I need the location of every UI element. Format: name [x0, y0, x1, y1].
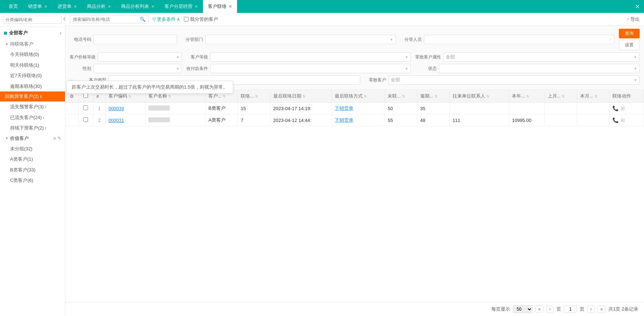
row2-grid-icon[interactable]: ⊞ — [621, 117, 625, 123]
nav-home[interactable]: 首页 — [4, 0, 23, 13]
row1-checkbox[interactable] — [83, 105, 88, 110]
sidebar-item-tomorrow-pending[interactable]: 明天待联络(1) — [0, 60, 65, 71]
prev-page-button[interactable]: ‹ — [546, 306, 553, 313]
row1-last-contact-method[interactable]: 下销货单 — [332, 103, 385, 114]
phone-input[interactable] — [93, 35, 177, 44]
close-product-analysis-list-icon[interactable]: ✕ — [151, 4, 154, 9]
sort-lcd-icon[interactable]: ⇅ — [302, 94, 305, 98]
sidebar-pending-group[interactable]: ▼ 待联络客户 — [0, 39, 65, 49]
close-customer-contact-icon[interactable]: ✕ — [229, 4, 232, 9]
price-level-select[interactable]: ▼ — [98, 52, 182, 62]
customer-level-caret-icon: ▼ — [405, 55, 408, 59]
row1-checkbox-cell[interactable] — [78, 103, 93, 114]
sidebar-item-unclassified[interactable]: 未分组(32) — [0, 143, 65, 154]
sidebar-item-repurchase-abnormal[interactable]: 回购异常客户(2) ℹ — [0, 91, 65, 102]
status-select[interactable]: ▼ — [439, 64, 640, 73]
row1-action-cell: 📞 ⊞ — [612, 105, 641, 111]
table-this-month-header: 本月...⇅ — [577, 90, 609, 103]
customer-level-select[interactable]: ▼ — [210, 52, 411, 62]
window-close-button[interactable]: ✕ — [635, 3, 640, 10]
nav-customer-contact[interactable]: 客户联络 ✕ — [203, 0, 237, 13]
sidebar-item-class-b[interactable]: B类客户(33) — [0, 165, 65, 175]
nav-purchase-order[interactable]: 进货单 ✕ — [52, 0, 82, 13]
row2-checkbox-cell[interactable] — [78, 114, 93, 126]
export-button[interactable]: ↑ 导出 — [627, 16, 640, 23]
nav-customer-layered[interactable]: 客户分层经营 ✕ — [159, 0, 203, 13]
payment-select[interactable]: ▼ — [210, 64, 411, 73]
nav-product-analysis[interactable]: 商品分析 ✕ — [82, 0, 116, 13]
nav-product-analysis-list[interactable]: 商品分析列表 ✕ — [116, 0, 159, 13]
filter-bar: 🔍 ▽ 更多条件 ∧ 我分管的客户 ↑ 导出 — [65, 13, 644, 26]
retail-attr-select[interactable]: 全部 ▼ — [443, 52, 640, 62]
select-all-checkbox[interactable] — [83, 93, 88, 98]
close-purchase-order-icon[interactable]: ✕ — [74, 4, 77, 9]
pending-group-arrow-icon: ▼ — [5, 42, 9, 46]
filter-row-2: 客户价格等级 ▼ 客户等级 ▼ 零散客户属性 全部 — [70, 52, 640, 62]
sidebar-item-today-pending[interactable]: 今天待联络(0) — [0, 49, 65, 60]
sidebar-item-overdue-pending[interactable]: 逾期未联络(30) — [0, 81, 65, 92]
row2-name[interactable] — [145, 114, 205, 126]
close-customer-layered-icon[interactable]: ✕ — [195, 4, 198, 9]
retail-customer-caret-icon: ▼ — [634, 78, 637, 82]
manager-select[interactable]: ··· — [424, 35, 615, 44]
sort-lcm-icon[interactable]: ⇅ — [364, 94, 367, 98]
sort-category-icon[interactable]: ⇅ — [223, 94, 226, 98]
more-filters-btn[interactable]: ▽ 更多条件 ∧ — [152, 16, 180, 23]
row2-last-contact-date: 2023-04-12 14:44: — [270, 114, 332, 126]
retail-customer-select[interactable]: 全部 ▼ — [388, 75, 640, 85]
close-sales-order-icon[interactable]: ✕ — [44, 4, 47, 9]
sort-ty-icon[interactable]: ⇅ — [526, 94, 529, 98]
sidebar-item-class-c[interactable]: C类客户(6) — [0, 175, 65, 186]
row2-checkbox[interactable] — [83, 117, 88, 122]
sort-name-icon[interactable]: ⇅ — [168, 94, 171, 98]
row1-grid-icon[interactable]: ⊞ — [621, 105, 625, 111]
sort-lm-icon[interactable]: ⇅ — [562, 94, 565, 98]
sort-overdue-icon[interactable]: ⇅ — [435, 94, 437, 98]
sort-tm-icon[interactable]: ⇅ — [594, 94, 597, 98]
table-unit-contacts-header: 往来单位联系人⇅ — [449, 90, 509, 103]
sort-code-icon[interactable]: ⇅ — [128, 94, 131, 98]
row2-phone-icon[interactable]: 📞 — [612, 117, 618, 123]
sidebar-item-already-lost[interactable]: 已流失客户(24) ℹ — [0, 112, 65, 123]
row1-name[interactable] — [145, 103, 205, 114]
gender-select[interactable]: ▼ — [93, 64, 182, 73]
content-area: 🔍 ▽ 更多条件 ∧ 我分管的客户 ↑ 导出 电话号码 — [65, 13, 644, 316]
value-group-circle-icon[interactable]: ○ — [53, 136, 56, 141]
sort-uc-icon[interactable]: ⇅ — [486, 94, 489, 98]
current-page-input[interactable] — [564, 306, 577, 313]
row1-phone-icon[interactable]: 📞 — [612, 105, 618, 111]
dept-select[interactable]: ▼ — [205, 35, 396, 44]
filter-cell-manager: 分管人员 ··· — [400, 35, 615, 44]
sidebar-item-declining[interactable]: 持续下滑客户(2) ℹ — [0, 123, 65, 133]
my-customers-filter: 我分管的客户 — [184, 16, 218, 23]
row1-code[interactable]: 000039 — [105, 103, 145, 114]
page-size-select[interactable]: 50 20 100 — [513, 305, 533, 313]
row2-code[interactable]: 000031 — [105, 114, 145, 126]
last-page-button[interactable]: » — [597, 306, 606, 313]
next-page-button[interactable]: › — [587, 306, 594, 313]
tooltip-box: 距客户上次交易时长，超过了此客户的平均交易周期的1.5倍，则视为异常。 — [66, 81, 233, 94]
sidebar-item-lost-warning[interactable]: 流失预警客户(3) ℹ — [0, 102, 65, 112]
sidebar-item-class-a[interactable]: A类客户(1) — [0, 154, 65, 165]
first-page-button[interactable]: « — [536, 306, 544, 313]
query-button[interactable]: 查询 — [619, 29, 640, 38]
close-product-analysis-icon[interactable]: ✕ — [108, 4, 111, 9]
nav-sales-order[interactable]: 销货单 ✕ — [23, 0, 52, 13]
sort-contact-icon[interactable]: ⇅ — [255, 94, 258, 98]
my-customers-checkbox[interactable] — [184, 17, 189, 22]
row1-contact: 15 — [238, 103, 270, 114]
sidebar-collapse-right-icon[interactable]: ‹ — [60, 30, 61, 36]
filter-cell-dept: 分管部门 ▼ — [181, 35, 396, 44]
value-group-edit-icon[interactable]: ✎ — [57, 136, 61, 141]
main-table: ⚙ # 客户编码⇅ 客户名称⇅ — [65, 90, 644, 126]
row1-last-month — [545, 103, 577, 114]
sidebar-item-7day-pending[interactable]: 近7天待联络(0) — [0, 70, 65, 81]
sort-unread-icon[interactable]: ⇅ — [402, 94, 405, 98]
main-search-input[interactable] — [73, 17, 138, 22]
settings-button[interactable]: 设置 — [619, 40, 640, 50]
sidebar-value-group[interactable]: ▼ 价值客户 ○ ✎ — [0, 133, 65, 143]
row2-this-month — [577, 114, 609, 126]
row1-name-blurred — [148, 105, 170, 110]
row2-last-contact-method[interactable]: 下销货单 — [332, 114, 385, 126]
sidebar-search-input[interactable] — [3, 16, 62, 24]
